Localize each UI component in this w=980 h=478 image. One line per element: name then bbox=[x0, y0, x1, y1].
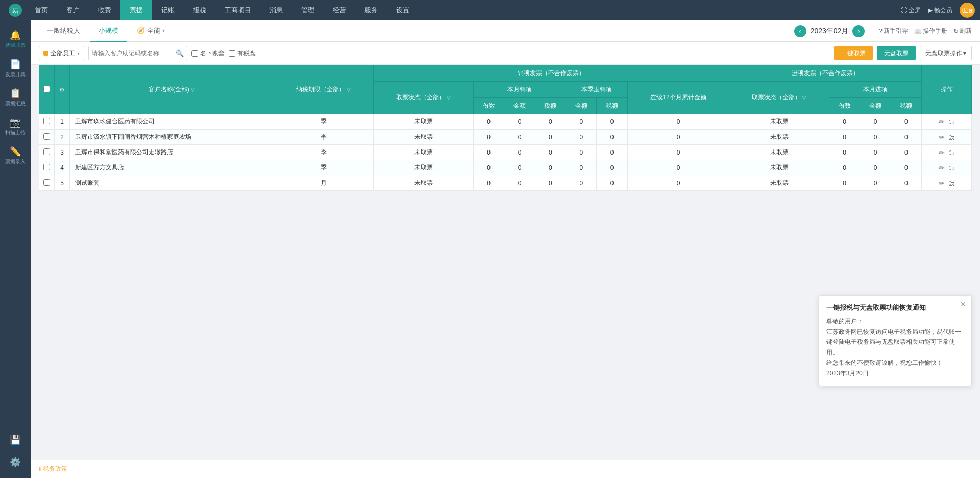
row-s-12m-link[interactable]: 0 bbox=[677, 149, 680, 156]
period-next-btn[interactable]: › bbox=[852, 25, 865, 37]
popup-date: 2023年3月20日 bbox=[826, 368, 964, 379]
th-quarter-sales: 本季度销项 bbox=[566, 82, 628, 98]
row-actions: ✏ 🗂 bbox=[922, 175, 972, 191]
user-avatar[interactable]: tEa bbox=[960, 3, 975, 18]
download-icon: 💾 bbox=[10, 434, 21, 445]
nav-ticket[interactable]: 票据 bbox=[120, 0, 152, 20]
row-checkbox-cell bbox=[39, 130, 55, 145]
account-checkbox-input[interactable] bbox=[191, 50, 198, 57]
row-actions: ✏ 🗂 bbox=[922, 114, 972, 130]
book-icon: 📖 bbox=[914, 28, 922, 35]
sidebar-item-download[interactable]: 💾 bbox=[1, 430, 30, 450]
nav-client[interactable]: 客户 bbox=[57, 0, 89, 20]
nodisk-ticket-btn[interactable]: 无盘取票 bbox=[877, 46, 916, 60]
row-s-m-count: 0 bbox=[474, 145, 504, 160]
row-s-q-amount-link[interactable]: 0 bbox=[579, 118, 583, 125]
edit-icon[interactable]: ✏ bbox=[939, 133, 945, 141]
popup-close-btn[interactable]: ✕ bbox=[960, 300, 966, 308]
checkbox-account[interactable]: 名下账套 bbox=[191, 49, 225, 58]
row-s-q-tax: 0 bbox=[597, 145, 627, 160]
sales-status-filter-icon[interactable]: ▽ bbox=[447, 95, 451, 100]
table-body: 1 卫辉市玖玖健合医药有限公司 季 未取票 0 0 0 0 0 0 未取票 0 … bbox=[39, 114, 972, 191]
row-s-m-amount: 0 bbox=[504, 114, 535, 130]
sidebar-item-issue-invoice[interactable]: 📄 发票开具 bbox=[1, 55, 30, 82]
th-sales-header: 销项发票（不合作废票） bbox=[374, 65, 729, 82]
popup-apology: 给您带来的不便敬请谅解，祝您工作愉快！ bbox=[826, 358, 964, 368]
edit-icon[interactable]: ✏ bbox=[939, 164, 945, 172]
purchase-status-filter-icon[interactable]: ▽ bbox=[802, 95, 806, 100]
sidebar-item-smart-ticket[interactable]: 🔔 智能取票 bbox=[1, 26, 30, 53]
checkbox-taxdisk[interactable]: 有税盘 bbox=[229, 49, 256, 58]
fullscreen-icon: ⛶ bbox=[901, 7, 907, 14]
sidebar-item-ticket-summary[interactable]: 📋 票据汇总 bbox=[1, 84, 30, 111]
edit-icon[interactable]: ✏ bbox=[939, 148, 945, 157]
th-settings: ⚙ bbox=[55, 65, 70, 114]
row-p-m-amount: 0 bbox=[860, 114, 891, 130]
refresh-btn[interactable]: ↻ 刷新 bbox=[953, 27, 972, 35]
view-icon[interactable]: 🗂 bbox=[948, 118, 955, 126]
sidebar-item-settings[interactable]: ⚙️ bbox=[1, 452, 30, 473]
view-icon[interactable]: 🗂 bbox=[948, 133, 955, 141]
search-input[interactable] bbox=[92, 49, 174, 57]
row-checkbox[interactable] bbox=[43, 148, 50, 155]
th-purchase-header: 进项发票（不合作废票） bbox=[729, 65, 922, 82]
nav-service[interactable]: 服务 bbox=[355, 0, 387, 20]
view-icon[interactable]: 🗂 bbox=[948, 164, 955, 172]
new-guide-btn[interactable]: ? 新手引导 bbox=[879, 27, 908, 35]
row-sales-status: 未取票 bbox=[374, 145, 474, 160]
th-p-m-count: 份数 bbox=[829, 98, 860, 114]
row-s-q-amount-link[interactable]: 0 bbox=[579, 149, 583, 156]
nav-business[interactable]: 工商项目 bbox=[215, 0, 260, 20]
row-s-12m-link[interactable]: 0 bbox=[677, 164, 680, 171]
tax-policy-link[interactable]: ℹ 税务政策 bbox=[39, 465, 67, 473]
nodisk-ops-btn[interactable]: 无盘取票操作 ▾ bbox=[920, 46, 972, 60]
view-icon[interactable]: 🗂 bbox=[948, 148, 955, 157]
nav-home[interactable]: 首页 bbox=[26, 0, 57, 20]
nav-account[interactable]: 记账 bbox=[152, 0, 184, 20]
onekey-ticket-btn[interactable]: 一键取票 bbox=[834, 46, 873, 60]
period-prev-btn[interactable]: ‹ bbox=[794, 25, 806, 37]
th-checkbox bbox=[39, 65, 55, 114]
row-s-q-amount-link[interactable]: 0 bbox=[579, 164, 583, 171]
row-s-q-amount-link[interactable]: 0 bbox=[579, 180, 583, 187]
row-checkbox[interactable] bbox=[43, 133, 50, 140]
tab-all[interactable]: 🧭 全能 ▾ bbox=[129, 20, 173, 42]
select-all-checkbox[interactable] bbox=[43, 86, 50, 92]
nav-operation[interactable]: 经营 bbox=[324, 0, 355, 20]
row-s-12m-link[interactable]: 0 bbox=[677, 180, 680, 187]
sidebar-item-issue-invoice-label: 发票开具 bbox=[5, 71, 26, 78]
nav-settings[interactable]: 设置 bbox=[387, 0, 419, 20]
fullscreen-btn[interactable]: ⛶ 全屏 bbox=[901, 6, 921, 15]
nav-manage[interactable]: 管理 bbox=[292, 0, 324, 20]
row-checkbox[interactable] bbox=[43, 179, 50, 186]
row-checkbox[interactable] bbox=[43, 164, 50, 170]
employee-dot bbox=[43, 51, 48, 56]
th-ops: 操作 bbox=[922, 65, 972, 114]
member-btn[interactable]: ▶ 畅会员 bbox=[928, 6, 952, 15]
tab-general-taxpayer[interactable]: 一般纳税人 bbox=[39, 20, 88, 42]
period-filter-icon[interactable]: ▽ bbox=[347, 87, 351, 92]
name-filter-icon[interactable]: ▽ bbox=[191, 87, 195, 92]
employee-select[interactable]: 全部员工 ▾ bbox=[39, 46, 84, 60]
search-button[interactable]: 🔍 bbox=[176, 49, 184, 57]
th-p-m-amount: 金额 bbox=[860, 98, 891, 114]
row-s-q-amount-link[interactable]: 0 bbox=[579, 134, 583, 141]
nav-message[interactable]: 消息 bbox=[260, 0, 292, 20]
view-icon[interactable]: 🗂 bbox=[948, 179, 955, 187]
edit-icon[interactable]: ✏ bbox=[939, 179, 945, 187]
row-period: 季 bbox=[274, 160, 374, 175]
row-s-12m-link[interactable]: 0 bbox=[677, 118, 680, 125]
nav-tax[interactable]: 报税 bbox=[184, 0, 215, 20]
edit-icon[interactable]: ✏ bbox=[939, 118, 945, 126]
row-checkbox[interactable] bbox=[43, 118, 50, 124]
sidebar-item-scan-upload[interactable]: 📷 扫描上传 bbox=[1, 113, 30, 140]
sidebar-item-ticket-entry[interactable]: ✏️ 票据录入 bbox=[1, 142, 30, 169]
nav-fee[interactable]: 收费 bbox=[89, 0, 120, 20]
question-icon: ? bbox=[879, 28, 883, 35]
sidebar-item-ticket-summary-label: 票据汇总 bbox=[5, 100, 26, 107]
tab-small-scale[interactable]: 小规模 bbox=[90, 20, 127, 42]
settings-icon[interactable]: ⚙ bbox=[59, 86, 65, 93]
row-s-12m-link[interactable]: 0 bbox=[677, 134, 680, 141]
taxdisk-checkbox-input[interactable] bbox=[229, 50, 235, 57]
manual-btn[interactable]: 📖 操作手册 bbox=[914, 27, 947, 35]
